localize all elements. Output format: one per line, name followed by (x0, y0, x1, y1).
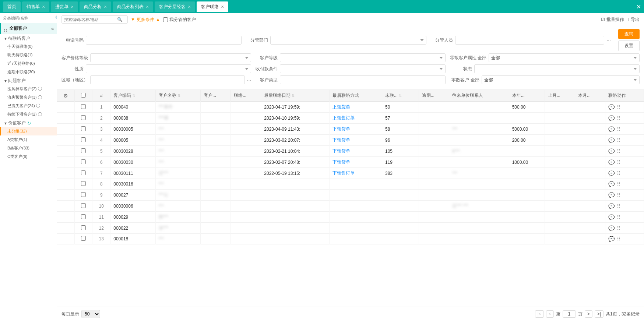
page-input[interactable] (563, 310, 576, 318)
contact-icon[interactable]: 💬 (608, 192, 615, 198)
main-search-icon[interactable]: 🔍 (117, 17, 123, 22)
th-not-contacted[interactable]: 未联...⇅ (382, 90, 419, 102)
more-action-icon[interactable]: ⠿ (617, 192, 620, 198)
refresh-icon[interactable]: ↻ (27, 121, 31, 126)
more-action-icon[interactable]: ⠿ (617, 236, 620, 242)
reset-button[interactable]: 设置 (618, 40, 640, 51)
th-name[interactable]: 客户名称⇅ (155, 90, 200, 102)
more-action-icon[interactable]: ⠿ (617, 148, 620, 154)
prev-page-button[interactable]: < (546, 310, 554, 318)
row-last-method[interactable]: 下销货单 (329, 124, 382, 135)
more-action-icon[interactable]: ⠿ (617, 225, 620, 231)
row-checkbox[interactable] (75, 135, 92, 146)
row-check[interactable] (81, 225, 86, 230)
row-checkbox[interactable] (75, 102, 92, 113)
my-customers-check[interactable] (163, 17, 168, 22)
tab-product-analysis-close[interactable]: ✕ (104, 5, 107, 9)
th-last-method[interactable]: 最后联络方式 (329, 90, 382, 102)
tab-customer-segment[interactable]: 客户分层经客 ✕ (155, 1, 195, 12)
sidebar-all-customers[interactable]: 全部客户 « (0, 23, 57, 34)
tab-sales[interactable]: 销售单 ✕ (22, 1, 49, 12)
status-select[interactable] (474, 64, 640, 73)
row-last-method[interactable]: 下销货单 (329, 146, 382, 157)
contact-icon[interactable]: 💬 (608, 170, 615, 176)
row-checkbox[interactable] (75, 212, 92, 223)
contact-icon[interactable]: 💬 (608, 137, 615, 143)
more-action-icon[interactable]: ⠿ (617, 203, 620, 209)
chevron-down-icon-2[interactable]: ▾ (4, 78, 7, 84)
th-checkbox[interactable] (75, 90, 92, 102)
row-last-method[interactable]: 下销货单 (329, 135, 382, 146)
last-method-link[interactable]: 下销货单 (332, 148, 350, 154)
sidebar-item-declining[interactable]: 持续下滑客户(2) ⓘ (0, 110, 57, 119)
export-button[interactable]: ↑ 导出 (627, 17, 640, 23)
sidebar-item-class-a[interactable]: A类客户(1) (0, 135, 57, 144)
sidebar-item-churn-warning[interactable]: 流失预警客户(3) ⓘ (0, 93, 57, 102)
tab-home[interactable]: 首页 (3, 1, 21, 12)
row-last-method[interactable]: 下销货单 (329, 102, 382, 113)
first-page-button[interactable]: |< (535, 310, 544, 318)
phone-input[interactable] (86, 36, 242, 45)
row-checkbox[interactable] (75, 179, 92, 190)
retail-customer-select[interactable]: 全部 (482, 75, 640, 84)
sidebar-collapse-icon[interactable]: « (51, 26, 54, 31)
main-search-box[interactable]: 🔍 (61, 15, 128, 24)
row-checkbox[interactable] (75, 223, 92, 234)
last-method-link[interactable]: 下销售订单 (332, 115, 355, 120)
retail-attr-select[interactable]: 全部 (489, 53, 640, 62)
tab-customer-segment-close[interactable]: ✕ (188, 5, 191, 9)
row-checkbox[interactable] (75, 157, 92, 168)
contact-icon[interactable]: 💬 (608, 181, 615, 187)
th-overdue[interactable]: 逾期... (419, 90, 449, 102)
sidebar-item-week-pending[interactable]: 近7天待联络(0) (0, 59, 57, 68)
row-check[interactable] (81, 214, 86, 219)
row-check[interactable] (81, 115, 86, 120)
region-dots[interactable]: ··· (247, 77, 251, 83)
settings-icon[interactable]: ⚙ (63, 93, 68, 99)
sidebar-item-class-c[interactable]: C类客户(6) (0, 152, 57, 161)
sidebar-item-overdue-pending[interactable]: 逾期未联络(30) (0, 68, 57, 76)
tab-product-analysis[interactable]: 商品分析 ✕ (80, 1, 111, 12)
row-checkbox[interactable] (75, 201, 92, 212)
more-action-icon[interactable]: ⠿ (617, 214, 620, 220)
last-method-link[interactable]: 下销货单 (332, 126, 350, 131)
more-action-icon[interactable]: ⠿ (617, 115, 620, 121)
contact-icon[interactable]: 💬 (608, 214, 615, 220)
row-check[interactable] (81, 192, 86, 197)
more-action-icon[interactable]: ⠿ (617, 181, 620, 187)
th-type[interactable]: 客户... (200, 90, 230, 102)
row-last-method[interactable] (329, 179, 382, 190)
th-code[interactable]: 客户编码⇅ (110, 90, 155, 102)
row-checkbox[interactable] (75, 113, 92, 124)
row-last-method[interactable]: 下销售订单 (329, 168, 382, 179)
row-check[interactable] (81, 104, 86, 109)
customer-type-input[interactable] (280, 75, 445, 84)
row-check[interactable] (81, 148, 86, 153)
contact-icon[interactable]: 💬 (608, 236, 615, 242)
window-close-button[interactable]: ✕ (636, 3, 641, 10)
tab-product-analysis-list[interactable]: 商品分析列表 ✕ (113, 1, 153, 12)
contact-icon[interactable]: 💬 (608, 159, 615, 165)
contact-icon[interactable]: 💬 (608, 115, 615, 121)
last-method-link[interactable]: 下销货单 (332, 104, 350, 109)
row-last-method[interactable] (329, 212, 382, 223)
customer-level-select[interactable] (280, 53, 445, 62)
query-button[interactable]: 查询 (618, 29, 640, 39)
contact-icon[interactable]: 💬 (608, 126, 615, 132)
tab-sales-close[interactable]: ✕ (42, 5, 45, 9)
th-this-month[interactable]: 本月... (575, 90, 605, 102)
row-checkbox[interactable] (75, 146, 92, 157)
tab-product-analysis-list-close[interactable]: ✕ (146, 5, 149, 9)
last-method-link[interactable]: 下销货单 (332, 137, 350, 142)
sidebar-item-class-b[interactable]: B类客户(33) (0, 144, 57, 152)
last-page-button[interactable]: >| (595, 310, 603, 318)
more-action-icon[interactable]: ⠿ (617, 137, 620, 143)
row-checkbox[interactable] (75, 234, 92, 244)
sidebar-search-input[interactable] (3, 16, 54, 20)
more-action-icon[interactable]: ⠿ (617, 170, 620, 176)
row-last-method[interactable] (329, 190, 382, 201)
contact-icon[interactable]: 💬 (608, 203, 615, 209)
row-checkbox[interactable] (75, 168, 92, 179)
sidebar-item-ungrouped[interactable]: 未分组(32) (0, 127, 57, 135)
tab-purchase-close[interactable]: ✕ (71, 5, 74, 9)
